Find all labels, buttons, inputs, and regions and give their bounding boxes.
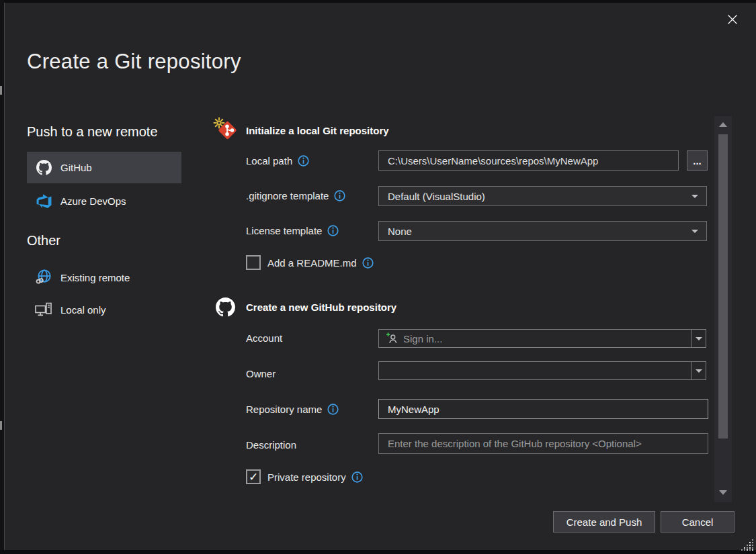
sidebar-item-azure-devops[interactable]: Azure DevOps — [27, 186, 181, 216]
init-section-heading: Initialize a local Git repository — [246, 125, 389, 136]
github-icon — [27, 160, 60, 175]
scrollbar[interactable] — [714, 116, 732, 502]
chevron-down-icon — [691, 230, 698, 233]
info-icon[interactable] — [298, 155, 309, 167]
sidebar-heading-other: Other — [27, 233, 60, 248]
sidebar-item-github[interactable]: GitHub — [27, 152, 181, 183]
background-window-artifact — [0, 86, 2, 95]
local-path-input-wrap — [378, 150, 679, 171]
sidebar-item-label: Azure DevOps — [60, 195, 126, 207]
sidebar-item-label: Existing remote — [60, 272, 130, 283]
owner-combo[interactable] — [378, 361, 706, 380]
private-label: Private repository — [267, 471, 363, 483]
cancel-button[interactable]: Cancel — [661, 511, 734, 533]
window-edge-top — [0, 0, 756, 3]
window-edge-bottom — [0, 550, 756, 554]
chevron-down-icon — [691, 195, 698, 198]
resize-grip[interactable] — [741, 539, 755, 554]
repo-name-input[interactable] — [388, 404, 699, 415]
computer-icon — [27, 300, 60, 319]
dialog-left-border — [4, 3, 5, 550]
dialog-title: Create a Git repository — [27, 50, 241, 74]
info-icon[interactable] — [327, 225, 339, 236]
repo-name-input-wrap — [378, 399, 708, 419]
description-label: Description — [246, 439, 296, 451]
account-label: Account — [246, 332, 282, 344]
readme-checkbox[interactable] — [246, 255, 261, 270]
gitignore-dropdown[interactable]: Default (VisualStudio) — [378, 186, 707, 206]
gitignore-label: .gitignore template — [246, 190, 345, 201]
chevron-down-icon — [696, 337, 702, 340]
account-value: Sign in... — [398, 333, 442, 344]
info-icon[interactable] — [334, 190, 345, 201]
local-path-label: Local path — [246, 155, 309, 167]
owner-dropdown-button[interactable] — [691, 362, 706, 379]
repo-name-label: Repository name — [246, 404, 339, 415]
sidebar-item-existing-remote[interactable]: Existing remote — [27, 267, 181, 287]
close-button[interactable] — [723, 11, 742, 28]
close-icon — [727, 14, 738, 25]
sidebar-item-local-only[interactable]: Local only — [27, 299, 181, 320]
browse-button[interactable]: ... — [687, 150, 708, 171]
info-icon[interactable] — [351, 471, 363, 483]
create-and-push-button[interactable]: Create and Push — [553, 511, 655, 533]
github-section-heading: Create a new GitHub repository — [246, 302, 396, 313]
scrollbar-down-arrow[interactable] — [719, 490, 727, 495]
owner-label: Owner — [246, 368, 276, 379]
git-new-icon — [212, 116, 239, 146]
info-icon[interactable] — [327, 404, 339, 415]
sidebar-item-label: GitHub — [60, 162, 92, 173]
license-label: License template — [246, 225, 339, 236]
chevron-down-icon — [696, 369, 702, 373]
scrollbar-thumb[interactable] — [718, 134, 728, 438]
github-section-icon — [216, 297, 235, 320]
description-input-wrap — [378, 433, 708, 454]
readme-label: Add a README.md — [267, 257, 374, 269]
globe-link-icon — [27, 268, 60, 287]
background-window-artifact — [0, 421, 2, 430]
azure-devops-icon — [27, 193, 60, 210]
sidebar-item-label: Local only — [60, 304, 106, 316]
add-account-icon — [379, 332, 398, 345]
account-dropdown-button[interactable] — [691, 330, 706, 347]
info-icon[interactable] — [362, 257, 374, 269]
description-input[interactable] — [388, 438, 699, 449]
scrollbar-up-arrow[interactable] — [719, 122, 727, 127]
private-checkbox[interactable]: ✓ — [246, 469, 261, 484]
sidebar-heading-remote: Push to a new remote — [27, 124, 158, 140]
local-path-input[interactable] — [388, 155, 669, 167]
license-dropdown[interactable]: None — [378, 221, 707, 241]
account-combo[interactable]: Sign in... — [378, 329, 706, 348]
